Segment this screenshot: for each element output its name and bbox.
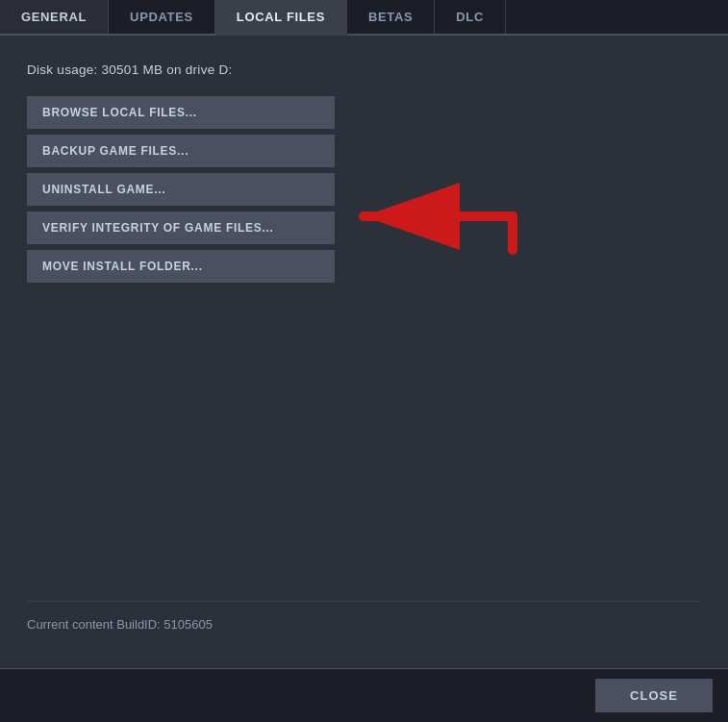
move-install-folder-button[interactable]: MOVE INSTALL FOLDER...: [27, 250, 335, 283]
main-content: Disk usage: 30501 MB on drive D: BROWSE …: [0, 36, 728, 601]
build-id-label: Current content BuildID: 5105605: [27, 601, 701, 649]
tab-local-files[interactable]: LOCAL FILES: [215, 0, 347, 36]
verify-integrity-button[interactable]: VERIFY INTEGRITY OF GAME FILES...: [27, 212, 335, 244]
tab-updates[interactable]: UPDATES: [109, 0, 215, 34]
tab-dlc[interactable]: DLC: [435, 0, 506, 34]
tab-general[interactable]: GENERAL: [0, 0, 109, 34]
tab-betas[interactable]: BETAS: [347, 0, 435, 34]
tab-bar: GENERAL UPDATES LOCAL FILES BETAS DLC: [0, 0, 728, 36]
arrow-annotation: [344, 183, 517, 260]
close-button[interactable]: CLOSE: [595, 679, 713, 712]
disk-usage-label: Disk usage: 30501 MB on drive D:: [27, 62, 701, 77]
backup-game-files-button[interactable]: BACKUP GAME FILES...: [27, 135, 335, 167]
uninstall-game-button[interactable]: UNINSTALL GAME...: [27, 173, 335, 206]
bottom-section: Current content BuildID: 5105605: [0, 601, 728, 668]
buttons-section: BROWSE LOCAL FILES... BACKUP GAME FILES.…: [27, 96, 335, 283]
browse-local-files-button[interactable]: BROWSE LOCAL FILES...: [27, 96, 335, 129]
footer: CLOSE: [0, 668, 728, 722]
